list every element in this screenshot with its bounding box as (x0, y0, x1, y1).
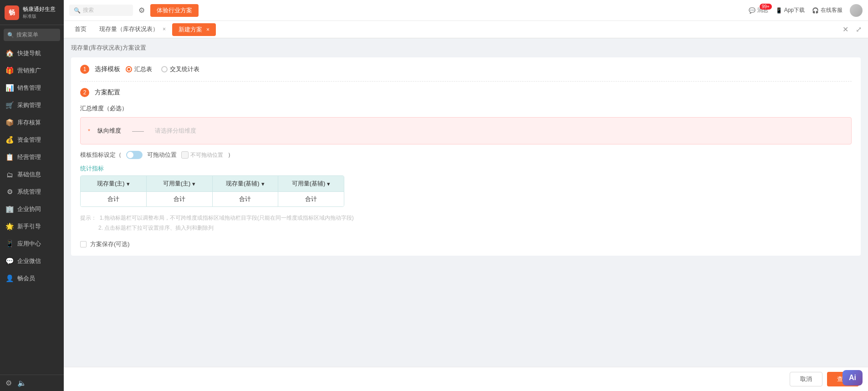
radio-cross-label: 交叉统计表 (170, 65, 199, 73)
sidebar-item-operations[interactable]: 📋 经营管理 (0, 149, 64, 166)
sidebar-item-label: 基础信息 (17, 170, 41, 179)
tab-inventory-status[interactable]: 现存量（库存状况表） × (93, 21, 172, 38)
topbar: 🔍 搜索 ⚙ 体验行业方案 💬 消息 99+ 📱 App下载 🎧 在线客服 (64, 0, 868, 21)
dimension-section-label: 汇总维度（必选） (80, 104, 852, 113)
speaker-icon[interactable]: 🔈 (17, 379, 26, 387)
chat-icon: 💬 (5, 257, 14, 265)
settings-icon[interactable]: ⚙ (5, 379, 12, 387)
radio-summary[interactable]: 汇总表 (126, 65, 152, 73)
user-icon: 👤 (5, 274, 14, 283)
topbar-search[interactable]: 🔍 搜索 (69, 5, 133, 16)
sidebar-item-label: 库存核算 (17, 118, 41, 127)
sidebar-item-label: 系统管理 (17, 188, 41, 196)
sidebar-item-member[interactable]: 👤 畅会员 (0, 270, 64, 287)
tab-new-scheme-close-icon[interactable]: × (206, 26, 209, 33)
stats-td-0-2: 合计 (213, 192, 279, 206)
message-button[interactable]: 💬 消息 99+ (749, 6, 768, 14)
sidebar-item-basic-info[interactable]: 🗂 基础信息 (0, 166, 64, 183)
sidebar-search[interactable]: 🔍 搜索菜单 (4, 29, 60, 41)
template-radio-group: 汇总表 交叉统计表 (126, 65, 199, 73)
stats-th-3[interactable]: 可用量(基辅) ▾ (278, 176, 344, 191)
gear-icon: ⚙ (5, 188, 14, 196)
step1-row: 1 选择模板 汇总表 交叉统计表 (80, 65, 852, 74)
save-checkbox[interactable] (80, 241, 87, 247)
mobile-icon: 📱 (5, 240, 14, 248)
sidebar-item-label: 销售管理 (17, 84, 41, 92)
tab-inventory-label: 现存量（库存状况表） (99, 25, 158, 33)
sidebar-item-inventory[interactable]: 📦 库存核算 (0, 114, 64, 131)
step1-badge: 1 (80, 65, 89, 74)
ai-badge[interactable]: Ai (842, 370, 863, 386)
cancel-button[interactable]: 取消 (790, 372, 822, 386)
sidebar-item-label: 企业协同 (17, 205, 41, 213)
indicator-setting-label: 模板指标设定（ (80, 151, 122, 159)
stats-table-header: 现存量(主) ▾ 可用量(主) ▾ 现存量(基辅) ▾ 可用量(基辅) ▾ (81, 176, 344, 191)
radio-cross[interactable]: 交叉统计表 (161, 65, 199, 73)
sidebar-item-label: 快捷导航 (17, 49, 41, 57)
close-panel-icon[interactable]: ✕ (841, 24, 850, 35)
tabs-bar: 首页 现存量（库存状况表） × 新建方案 × ✕ ⤢ (64, 21, 868, 38)
stats-td-0-0: 合计 (81, 192, 147, 206)
stats-th-2[interactable]: 现存量(基辅) ▾ (213, 176, 279, 191)
tips-section: 提示： 1.拖动标题栏可以调整布局，不可跨维度或指标区域拖动栏目字段(只能在同一… (80, 213, 852, 233)
indicator-toggle-dot (127, 152, 133, 158)
save-option-row: 方案保存(可选) (80, 240, 852, 248)
page-title: 现存量(库存状况表)方案设置 (71, 44, 861, 52)
logo-icon: 畅 (5, 5, 19, 20)
chevron-down-icon-1: ▾ (192, 180, 195, 187)
user-avatar[interactable] (850, 4, 863, 17)
trial-button[interactable]: 体验行业方案 (150, 4, 199, 17)
step2-row: 2 方案配置 (80, 88, 852, 97)
sidebar-item-enterprise[interactable]: 🏢 企业协同 (0, 201, 64, 218)
sidebar-bottom: ⚙ 🔈 (0, 375, 64, 391)
sidebar-item-label: 资金管理 (17, 136, 41, 144)
sidebar-item-newbie[interactable]: 🌟 新手引导 (0, 218, 64, 235)
sidebar-item-marketing[interactable]: 🎁 营销推广 (0, 62, 64, 79)
stats-th-0[interactable]: 现存量(主) ▾ (81, 176, 147, 191)
tab-home[interactable]: 首页 (68, 21, 93, 38)
sidebar-item-purchase[interactable]: 🛒 采购管理 (0, 97, 64, 114)
app-download-button[interactable]: 📱 App下载 (776, 6, 805, 14)
settings-gear-icon[interactable]: ⚙ (137, 4, 147, 16)
building-icon: 🏢 (5, 205, 14, 213)
stats-th-2-label: 现存量(基辅) (226, 180, 260, 188)
sidebar: 畅 畅康通好生意 标准版 🔍 搜索菜单 🏠 快捷导航 🎁 营销推广 📊 销售管理… (0, 0, 64, 391)
indicator-setting-row: 模板指标设定（ 可拖动位置 不可拖动位置 ） (80, 151, 852, 159)
stats-label: 统计指标 (80, 165, 852, 173)
sidebar-item-finance[interactable]: 💰 资金管理 (0, 131, 64, 149)
topbar-right: 💬 消息 99+ 📱 App下载 🎧 在线客服 (749, 4, 863, 17)
tabs-right-controls: ✕ ⤢ (841, 24, 863, 35)
step1-title: 选择模板 (95, 65, 120, 73)
sidebar-item-label: 企业微信 (17, 257, 41, 265)
settings-panel: 1 选择模板 汇总表 交叉统计表 (71, 57, 861, 256)
app-edition: 标准版 (23, 13, 56, 20)
online-service-button[interactable]: 🎧 在线客服 (812, 6, 842, 14)
step2-title: 方案配置 (95, 88, 120, 97)
sidebar-item-wechat[interactable]: 💬 企业微信 (0, 252, 64, 270)
sidebar-item-system[interactable]: ⚙ 系统管理 (0, 183, 64, 201)
message-badge: 99+ (760, 4, 772, 10)
footer: 取消 查询 (64, 367, 868, 391)
sidebar-item-sales[interactable]: 📊 销售管理 (0, 79, 64, 97)
tab-home-label: 首页 (75, 25, 87, 33)
sidebar-item-label: 营销推广 (17, 67, 41, 75)
stats-td-0-3: 合计 (278, 192, 344, 206)
tab-new-scheme[interactable]: 新建方案 × (172, 23, 216, 36)
stats-table: 现存量(主) ▾ 可用量(主) ▾ 现存量(基辅) ▾ 可用量(基辅) ▾ (80, 175, 344, 207)
content-area: 现存量(库存状况表)方案设置 1 选择模板 汇总表 交叉统计表 (64, 38, 868, 391)
sidebar-item-app-center[interactable]: 📱 应用中心 (0, 235, 64, 252)
sidebar-search-label: 搜索菜单 (16, 31, 38, 39)
dimension-selector[interactable]: * 纵向维度 —— 请选择分组维度 (80, 117, 852, 144)
stats-table-row-0: 合计 合计 合计 合计 (81, 191, 344, 206)
indicator-toggle[interactable] (126, 151, 143, 159)
gift-icon: 🎁 (5, 67, 14, 75)
chevron-down-icon-0: ▾ (127, 180, 130, 187)
expand-panel-icon[interactable]: ⤢ (854, 24, 863, 35)
stats-td-0-1: 合计 (147, 192, 213, 206)
tab-inventory-close-icon[interactable]: × (163, 26, 166, 32)
stats-th-1[interactable]: 可用量(主) ▾ (147, 176, 213, 191)
sidebar-item-quick-nav[interactable]: 🏠 快捷导航 (0, 45, 64, 62)
dim-dash: —— (132, 128, 144, 134)
app-logo: 畅 畅康通好生意 标准版 (0, 0, 64, 25)
chevron-down-icon-3: ▾ (327, 180, 330, 187)
